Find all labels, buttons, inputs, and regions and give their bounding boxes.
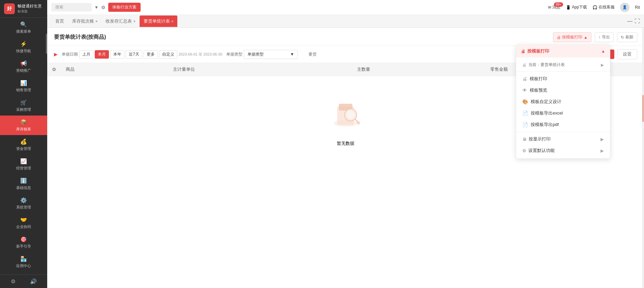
- sidebar-item-guide[interactable]: 🎯 新手引导: [0, 233, 47, 252]
- tab-receipts-summary-close[interactable]: ×: [133, 19, 135, 23]
- refresh-btn[interactable]: ↻ 刷新: [617, 32, 637, 42]
- filter-collapse-btn[interactable]: ▶: [54, 52, 58, 57]
- sidebar-bottom: ⚙ 🔊: [0, 275, 47, 288]
- set-default-item[interactable]: ⚙ 设置默认功能 ▶: [516, 145, 610, 156]
- table-col-settings[interactable]: ⚙: [47, 63, 61, 76]
- dropdown-item-template-design[interactable]: 🎨 模板自定义设计: [516, 96, 610, 107]
- set-default-icon: ⚙: [522, 148, 526, 153]
- sidebar-item-operation[interactable]: 📈 经营管理: [0, 155, 47, 174]
- tab-receipts-summary[interactable]: 收发存汇总表 ×: [101, 15, 139, 27]
- sidebar-item-basic[interactable]: ℹ️ 基础信息: [0, 174, 47, 194]
- table-settings-gear-icon[interactable]: ⚙: [52, 67, 56, 72]
- date-btn-7days[interactable]: 近7天: [126, 50, 142, 59]
- print-dropdown-chevron: ▲: [601, 49, 605, 54]
- dropdown-item-template-pdf-label: 按模板导出pdf: [531, 122, 559, 128]
- topbar-gear-icon[interactable]: ⚙: [101, 5, 106, 10]
- message-icon: ✉: [548, 5, 551, 10]
- dropdown-item-template-print[interactable]: 🖨 模板打印: [516, 73, 610, 85]
- sidebar-item-label: 搜索菜单: [16, 29, 31, 34]
- template-icon: 🖨: [522, 63, 526, 67]
- flash-icon: ⚡: [20, 41, 27, 47]
- page-content: 要货单统计表(按商品) 🖨 按模板打印 ▲ ↑ 导出 ↻ 刷新: [47, 28, 644, 288]
- set-default-arrow: ▶: [601, 148, 604, 153]
- volume-icon[interactable]: 🔊: [30, 278, 37, 285]
- page-title: 要货单统计表(按商品): [54, 34, 106, 41]
- tab-minimize-btn[interactable]: —: [627, 18, 633, 24]
- dropdown-item-template-print-label: 模板打印: [530, 76, 547, 82]
- tabs-bar: 首页 库存批次账 × 收发存汇总表 × 要货单统计表 × — ⛶: [47, 15, 644, 28]
- empty-text: 暂无数据: [337, 140, 354, 147]
- table-col-qty: 主数量: [352, 63, 485, 76]
- tab-home-label: 首页: [55, 18, 64, 24]
- tab-order-stats-label: 要货单统计表: [144, 18, 170, 24]
- sidebar-item-label: 新手引导: [16, 244, 31, 249]
- sidebar-item-wechat[interactable]: 💬 企业微信: [0, 272, 47, 275]
- username[interactable]: Rit: [635, 5, 640, 10]
- sidebar-item-purchase[interactable]: 🛒 采购管理: [0, 96, 47, 116]
- main-content: 搜索 ▼ ⚙ 体验行业方案 ✉ 消息 99+ 📱 App下载 🎧 在线客服 👤 …: [47, 0, 644, 288]
- scroll-thumb: [642, 95, 644, 122]
- date-btn-last-month[interactable]: 上月: [79, 50, 93, 59]
- export-btn-label: 导出: [602, 34, 610, 40]
- message-btn[interactable]: ✉ 消息 99+: [548, 4, 560, 10]
- tab-order-stats-close[interactable]: ×: [171, 19, 173, 23]
- table-col-unit: 主计量单位: [168, 63, 353, 76]
- sidebar-item-marketing[interactable]: 📢 营销推广: [0, 57, 47, 76]
- sidebar-item-system[interactable]: ⚙️ 系统管理: [0, 194, 47, 213]
- sidebar-item-appstore[interactable]: 🏪 应用中心: [0, 252, 47, 272]
- print-dropdown-header[interactable]: 🖨 按模板打印 ▲: [516, 45, 610, 58]
- goods-filter-label: 要货: [309, 52, 317, 57]
- sidebar-item-sales[interactable]: 📊 销售管理: [0, 76, 47, 96]
- sidebar-item-shortcut[interactable]: ⚡ 快捷导航: [0, 37, 47, 57]
- print-dropdown-icon: 🖨: [521, 49, 525, 54]
- topbar-search-box: 搜索: [51, 3, 92, 11]
- sidebar-item-finance[interactable]: 💰 资金管理: [0, 135, 47, 155]
- print-dropdown-section: 🖨 当前：要货单统计表 ▶ 🖨 模板打印: [516, 58, 610, 158]
- current-template-arrow: ▶: [601, 63, 604, 67]
- dropdown-item-template-excel[interactable]: 📄 按模板导出excel: [516, 107, 610, 119]
- marketing-icon: 📢: [20, 60, 27, 67]
- doctype-select-value: 单据类型: [247, 52, 264, 57]
- print-btn-label: 按模板打印: [562, 34, 582, 40]
- avatar[interactable]: 👤: [620, 3, 630, 12]
- page-header: 要货单统计表(按商品) 🖨 按模板打印 ▲ ↑ 导出 ↻ 刷新: [47, 28, 644, 46]
- sidebar-item-inventory[interactable]: 📦 库存核算: [0, 116, 47, 135]
- date-btn-custom[interactable]: 自定义: [159, 50, 177, 59]
- settings-btn[interactable]: 设置: [617, 49, 637, 59]
- date-btn-more[interactable]: 更多: [144, 50, 158, 59]
- scroll-indicator[interactable]: [642, 28, 644, 288]
- page-actions: 🖨 按模板打印 ▲ ↑ 导出 ↻ 刷新 🖨: [553, 32, 637, 42]
- tab-inventory-batch-label: 库存批次账: [72, 18, 94, 24]
- trial-btn[interactable]: 体验行业方案: [108, 3, 141, 12]
- topbar-dropdown-arrow[interactable]: ▼: [94, 5, 98, 10]
- dropdown-item-template-pdf[interactable]: 📄 按模板导出pdf: [516, 119, 610, 130]
- tab-maximize-btn[interactable]: ⛶: [635, 18, 640, 24]
- doctype-select-arrow: ▼: [290, 52, 294, 57]
- display-print-label: 按显示打印: [529, 136, 551, 142]
- logo-icon: 好: [4, 3, 15, 14]
- tab-home[interactable]: 首页: [51, 15, 68, 27]
- sidebar-item-label: 应用中心: [16, 263, 31, 268]
- sidebar-item-search[interactable]: 🔍 搜索菜单: [0, 18, 47, 37]
- tab-inventory-batch-close[interactable]: ×: [95, 19, 97, 23]
- display-print-item[interactable]: 🖥 按显示打印 ▶: [516, 133, 610, 145]
- service-icon: 🎧: [592, 5, 597, 10]
- app-download-btn[interactable]: 📱 App下载: [566, 4, 587, 10]
- settings-icon[interactable]: ⚙: [11, 278, 16, 285]
- topbar: 搜索 ▼ ⚙ 体验行业方案 ✉ 消息 99+ 📱 App下载 🎧 在线客服 👤 …: [47, 0, 644, 15]
- print-btn[interactable]: 🖨 按模板打印 ▲: [553, 32, 591, 42]
- date-btn-this-year[interactable]: 本年: [110, 50, 124, 59]
- sidebar-item-collab[interactable]: 🤝 企业协同: [0, 213, 47, 233]
- current-template-item[interactable]: 🖨 当前：要货单统计表 ▶: [516, 60, 610, 70]
- doctype-filter-group: 单据类型 单据类型 ▼: [226, 50, 298, 59]
- tab-receipts-summary-label: 收发存汇总表: [106, 18, 132, 24]
- date-btn-this-month[interactable]: 本月: [95, 50, 109, 59]
- sales-icon: 📊: [20, 80, 27, 86]
- app-name: 畅捷通好生意: [18, 4, 42, 9]
- doctype-select[interactable]: 单据类型 ▼: [244, 50, 298, 59]
- tab-order-stats[interactable]: 要货单统计表 ×: [140, 15, 177, 27]
- dropdown-item-template-preview[interactable]: 👁 模板预览: [516, 85, 610, 96]
- service-btn[interactable]: 🎧 在线客服: [592, 4, 615, 10]
- export-btn[interactable]: ↑ 导出: [595, 32, 614, 42]
- tab-inventory-batch[interactable]: 库存批次账 ×: [68, 15, 101, 27]
